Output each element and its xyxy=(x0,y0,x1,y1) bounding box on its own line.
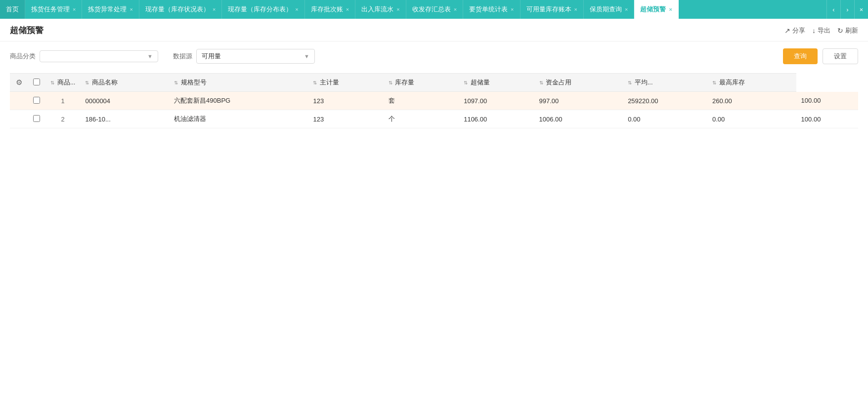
nav-stock-status-close[interactable]: × xyxy=(213,6,216,12)
col-avg-label: 平均... xyxy=(635,79,653,86)
nav-stock-status[interactable]: 现存量（库存状况表） × xyxy=(139,0,222,19)
settings-button[interactable]: 设置 xyxy=(823,48,858,64)
query-button[interactable]: 查询 xyxy=(783,48,818,64)
row-avg-1: 0.00 xyxy=(707,110,796,128)
category-filter: 商品分类 ▼ xyxy=(10,50,158,62)
nav-order-stat-close[interactable]: × xyxy=(511,6,514,12)
row-capital-1: 0.00 xyxy=(623,110,707,128)
nav-home[interactable]: 首页 xyxy=(0,0,25,19)
col-capital[interactable]: ⇅ 资金占用 xyxy=(534,74,623,92)
filter-action-buttons: 查询 设置 xyxy=(783,48,858,64)
nav-order-stat-label: 要货单统计表 xyxy=(469,5,508,14)
row-actions-cell xyxy=(10,92,28,110)
row-checkbox-0[interactable] xyxy=(33,97,40,104)
nav-expiry[interactable]: 保质期查询 × xyxy=(584,0,634,19)
datasource-filter: 数据源 可用量 ▼ xyxy=(173,49,315,64)
table-body: 1 0000004 六配套新昌490BPG 123 套 1097.00 997.… xyxy=(10,92,858,128)
nav-order-stat[interactable]: 要货单统计表 × xyxy=(463,0,520,19)
row-num-0: 1 xyxy=(45,92,80,110)
nav-overstock-close[interactable]: × xyxy=(669,6,672,12)
nav-home-label: 首页 xyxy=(6,5,19,14)
col-spec-label: 规格型号 xyxy=(181,79,207,86)
row-spec-1: 123 xyxy=(308,110,383,128)
table-row: 1 0000004 六配套新昌490BPG 123 套 1097.00 997.… xyxy=(10,92,858,110)
nav-task-mgmt-close[interactable]: × xyxy=(73,6,76,12)
top-navigation: 首页 拣货任务管理 × 拣货异常处理 × 现存量（库存状况表） × 现存量（库存… xyxy=(0,0,868,19)
row-max-0: 100.00 xyxy=(796,92,858,110)
row-capital-0: 259220.00 xyxy=(623,92,707,110)
header-actions: ↗ 分享 ↓ 导出 ↻ 刷新 xyxy=(784,26,858,35)
nav-stock-status-label: 现存量（库存状况表） xyxy=(145,5,210,14)
table-header-row: ⚙ ⇅ 商品... ⇅ 商品名称 ⇅ 规格型号 ⇅ xyxy=(10,74,858,92)
nav-recv-send-close[interactable]: × xyxy=(454,6,457,12)
refresh-icon: ↻ xyxy=(837,27,843,35)
row-checkbox-cell xyxy=(28,92,45,110)
col-code-label: 商品... xyxy=(57,79,76,86)
col-overstock[interactable]: ⇅ 超储量 xyxy=(459,74,534,92)
share-label: 分享 xyxy=(792,26,805,35)
nav-batch-close[interactable]: × xyxy=(346,6,349,12)
nav-overstock[interactable]: 超储预警 × xyxy=(634,0,678,19)
export-button[interactable]: ↓ 导出 xyxy=(812,26,830,35)
row-max-1: 100.00 xyxy=(796,110,858,128)
sort-name-icon: ⇅ xyxy=(85,80,89,85)
datasource-select-value: 可用量 xyxy=(202,52,300,61)
nav-exception-close[interactable]: × xyxy=(130,6,132,12)
data-table: ⚙ ⇅ 商品... ⇅ 商品名称 ⇅ 规格型号 ⇅ xyxy=(10,73,858,128)
nav-stock-dist-close[interactable]: × xyxy=(295,6,298,12)
category-select[interactable]: ▼ xyxy=(40,50,158,62)
nav-recv-send[interactable]: 收发存汇总表 × xyxy=(406,0,463,19)
nav-stock-dist[interactable]: 现存量（库存分布表） × xyxy=(222,0,304,19)
col-name[interactable]: ⇅ 商品名称 xyxy=(80,74,169,92)
sort-spec-icon: ⇅ xyxy=(174,80,178,85)
col-code[interactable]: ⇅ 商品... xyxy=(45,74,80,92)
row-overstock-0: 997.00 xyxy=(534,92,623,110)
row-actions-cell xyxy=(10,110,28,128)
row-checkbox-1[interactable] xyxy=(33,115,40,122)
share-icon: ↗ xyxy=(784,27,790,35)
nav-prev-button[interactable]: ‹ xyxy=(826,0,840,19)
nav-task-mgmt[interactable]: 拣货任务管理 × xyxy=(25,0,82,19)
nav-batch[interactable]: 库存批次账 × xyxy=(305,0,355,19)
datasource-label: 数据源 xyxy=(173,52,192,61)
row-avg-0: 260.00 xyxy=(707,92,796,110)
nav-expiry-close[interactable]: × xyxy=(625,6,628,12)
datasource-select[interactable]: 可用量 ▼ xyxy=(196,49,315,64)
row-num-1: 2 xyxy=(45,110,80,128)
col-unit[interactable]: ⇅ 主计量 xyxy=(308,74,383,92)
refresh-button[interactable]: ↻ 刷新 xyxy=(837,26,858,35)
nav-stock-dist-label: 现存量（库存分布表） xyxy=(228,5,292,14)
col-stock[interactable]: ⇅ 库存量 xyxy=(384,74,459,92)
col-settings: ⚙ xyxy=(10,74,28,92)
datasource-select-arrow: ▼ xyxy=(304,53,309,59)
share-button[interactable]: ↗ 分享 xyxy=(784,26,805,35)
nav-exception[interactable]: 拣货异常处理 × xyxy=(82,0,139,19)
sort-avg-icon: ⇅ xyxy=(628,80,632,85)
nav-inout-flow-label: 出入库流水 xyxy=(361,5,393,14)
select-all-checkbox[interactable] xyxy=(33,79,40,85)
col-avg[interactable]: ⇅ 平均... xyxy=(623,74,707,92)
row-name-0: 六配套新昌490BPG xyxy=(169,92,308,110)
nav-available-stock-close[interactable]: × xyxy=(574,6,577,12)
col-spec[interactable]: ⇅ 规格型号 xyxy=(169,74,308,92)
nav-available-stock[interactable]: 可用量库存账本 × xyxy=(521,0,584,19)
nav-arrows: ‹ › × xyxy=(826,0,868,19)
sort-stock-icon: ⇅ xyxy=(389,80,392,85)
export-icon: ↓ xyxy=(812,27,816,35)
nav-inout-flow-close[interactable]: × xyxy=(396,6,399,12)
sort-unit-icon: ⇅ xyxy=(313,80,317,85)
sort-capital-icon: ⇅ xyxy=(539,80,543,85)
col-max[interactable]: ⇅ 最高库存 xyxy=(707,74,796,92)
nav-more-button[interactable]: × xyxy=(854,0,868,19)
nav-next-button[interactable]: › xyxy=(840,0,854,19)
table-settings-gear-icon[interactable]: ⚙ xyxy=(16,78,22,86)
page-title: 超储预警 xyxy=(10,25,43,36)
sort-overstock-icon: ⇅ xyxy=(464,80,468,85)
nav-inout-flow[interactable]: 出入库流水 × xyxy=(355,0,406,19)
row-code-0: 0000004 xyxy=(80,92,169,110)
refresh-label: 刷新 xyxy=(845,26,858,35)
nav-exception-label: 拣货异常处理 xyxy=(88,5,127,14)
col-name-label: 商品名称 xyxy=(92,79,118,86)
category-label: 商品分类 xyxy=(10,52,36,61)
row-unit-1: 个 xyxy=(384,110,459,128)
